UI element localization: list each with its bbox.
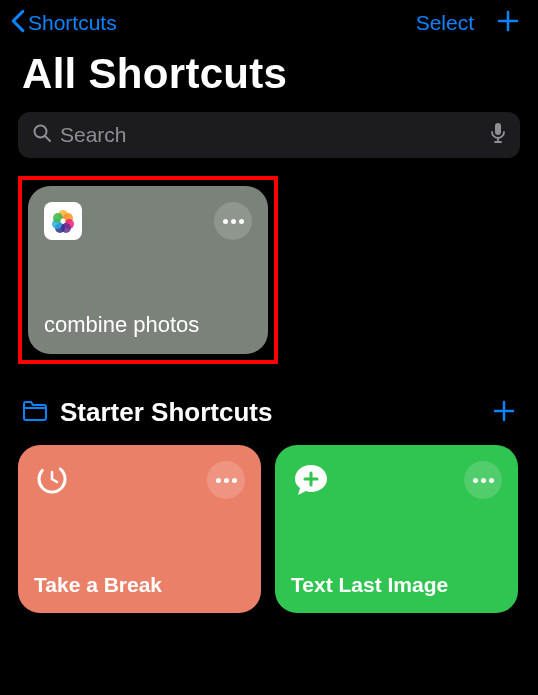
back-button[interactable]: Shortcuts <box>10 9 117 38</box>
more-options-button[interactable] <box>464 461 502 499</box>
shortcut-card-take-break[interactable]: Take a Break <box>18 445 261 613</box>
card-header <box>34 461 245 499</box>
ellipsis-icon <box>223 219 244 224</box>
add-shortcut-button[interactable] <box>496 8 520 38</box>
nav-header: Shortcuts Select <box>0 0 538 42</box>
select-button[interactable]: Select <box>416 11 474 35</box>
shortcut-card-combine-photos[interactable]: combine photos <box>28 186 268 354</box>
add-to-section-button[interactable] <box>492 394 516 431</box>
message-plus-icon <box>291 461 331 501</box>
ellipsis-icon <box>216 478 237 483</box>
search-bar[interactable] <box>18 112 520 158</box>
content-area: combine photos Starter Shortcuts <box>0 176 538 613</box>
svg-point-9 <box>61 219 66 224</box>
shortcut-title: combine photos <box>44 312 252 338</box>
header-actions: Select <box>416 8 520 38</box>
section-title-group[interactable]: Starter Shortcuts <box>22 397 272 428</box>
ellipsis-icon <box>473 478 494 483</box>
section-title: Starter Shortcuts <box>60 397 272 428</box>
starter-cards-row: Take a Break Text Last Image <box>18 445 520 613</box>
card-header <box>44 202 252 240</box>
shortcut-title: Text Last Image <box>291 573 502 597</box>
more-options-button[interactable] <box>214 202 252 240</box>
timer-icon <box>34 461 70 497</box>
shortcut-card-text-last-image[interactable]: Text Last Image <box>275 445 518 613</box>
folder-icon <box>22 400 48 426</box>
page-title: All Shortcuts <box>0 42 538 112</box>
more-options-button[interactable] <box>207 461 245 499</box>
microphone-icon[interactable] <box>490 122 506 148</box>
shortcut-title: Take a Break <box>34 573 245 597</box>
chevron-left-icon <box>10 9 26 38</box>
search-icon <box>32 123 52 147</box>
section-header: Starter Shortcuts <box>18 394 520 445</box>
search-input[interactable] <box>60 123 490 147</box>
svg-rect-1 <box>495 123 501 135</box>
back-label: Shortcuts <box>28 11 117 35</box>
photos-app-icon <box>44 202 82 240</box>
highlight-box: combine photos <box>18 176 278 364</box>
card-header <box>291 461 502 501</box>
